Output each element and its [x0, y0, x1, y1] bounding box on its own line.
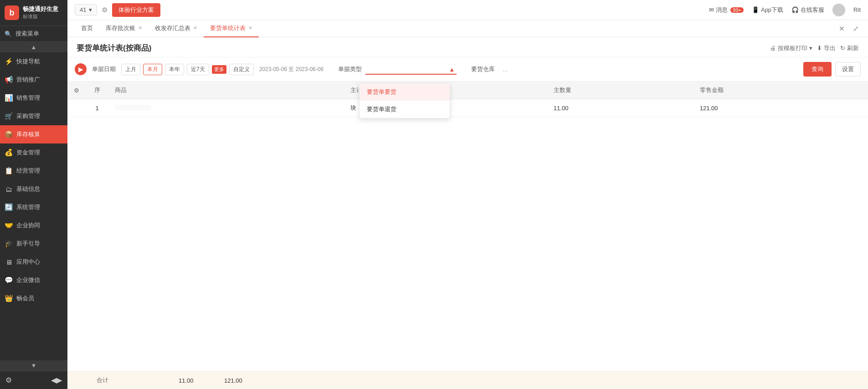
- export-label: 导出: [824, 44, 836, 52]
- footer-amount: 121.00: [218, 377, 263, 384]
- print-button[interactable]: 🖨 按模板打印 ▾: [770, 44, 812, 52]
- app-download-button[interactable]: 📱 App下载: [752, 6, 783, 14]
- basic-info-icon: 🗂: [5, 185, 13, 193]
- member-icon: 👑: [5, 294, 13, 302]
- export-button[interactable]: ⬇ 导出: [817, 44, 836, 52]
- col-amount-header: 零售金额: [693, 82, 868, 99]
- service-label: 在线客服: [801, 6, 824, 14]
- refresh-button[interactable]: ↻ 刷新: [840, 44, 859, 52]
- sidebar-item-label: 经营管理: [16, 167, 40, 175]
- tab-inventory-batch-close[interactable]: ✕: [138, 25, 142, 31]
- date-btn-last7[interactable]: 近7天: [187, 64, 209, 75]
- settings-button[interactable]: 设置: [835, 62, 861, 77]
- sidebar-item-label: 企业协同: [16, 221, 40, 230]
- sidebar-search[interactable]: 🔍 搜索菜单: [0, 26, 67, 42]
- date-more-badge[interactable]: 更多: [212, 65, 226, 74]
- sidebar-item-label: 基础信息: [16, 185, 40, 193]
- sidebar-item-label: 销售管理: [16, 94, 40, 102]
- sidebar-item-sales[interactable]: 📊 销售管理: [0, 89, 67, 107]
- page-header: 要货单统计表(按商品) 🖨 按模板打印 ▾ ⬇ 导出 ↻ 刷新: [67, 37, 868, 57]
- user-avatar[interactable]: [832, 4, 845, 16]
- tabs-expand-button[interactable]: ⤢: [851, 23, 861, 35]
- export-icon: ⬇: [817, 45, 822, 51]
- sidebar-item-label: 企业微信: [16, 276, 40, 284]
- tab-order-stats[interactable]: 要货单统计表 ✕: [204, 20, 259, 37]
- type-chevron-icon[interactable]: ▲: [449, 66, 455, 73]
- username-label[interactable]: Rit: [853, 6, 861, 13]
- sidebar-scroll-down[interactable]: ▼: [0, 360, 67, 371]
- type-input[interactable]: [365, 64, 457, 75]
- collapse-icon[interactable]: ◀▶: [51, 376, 62, 384]
- filter-expand-button[interactable]: ▶: [75, 63, 87, 75]
- topbar: 41 ▾ ⚙ 体验行业方案 ✉ 消息 99+ 📱 App下载 🎧 在线客服 Ri…: [67, 0, 868, 20]
- app-logo-icon: b: [5, 5, 19, 20]
- sidebar-item-marketing[interactable]: 📢 营销推广: [0, 71, 67, 89]
- product-placeholder: [115, 105, 151, 110]
- sidebar-item-system[interactable]: 🔄 系统管理: [0, 198, 67, 216]
- inventory-icon: 📦: [5, 130, 13, 138]
- sidebar-item-label: 采购管理: [16, 112, 40, 120]
- promo-button[interactable]: 体验行业方案: [112, 3, 160, 17]
- date-btn-this-month[interactable]: 本月: [143, 64, 162, 75]
- sidebar-item-label: 资金管理: [16, 148, 40, 157]
- tab-home[interactable]: 首页: [75, 20, 99, 37]
- col-settings-header[interactable]: ⚙: [67, 82, 86, 99]
- sidebar-footer: ⚙ ◀▶: [0, 371, 67, 389]
- message-button[interactable]: ✉ 消息 99+: [709, 6, 744, 14]
- online-service-button[interactable]: 🎧 在线客服: [791, 6, 824, 14]
- topbar-left: 41 ▾ ⚙ 体验行业方案: [75, 3, 160, 17]
- col-num-header: 序: [86, 82, 108, 99]
- type-input-wrapper: ▲: [365, 64, 457, 75]
- purchase-icon: 🛒: [5, 112, 13, 120]
- sidebar-item-inventory[interactable]: 📦 库存核算: [0, 125, 67, 143]
- sidebar-logo: b 畅捷通好生意 标准版: [0, 0, 67, 26]
- app-download-icon: 📱: [752, 6, 759, 13]
- sidebar-item-member[interactable]: 👑 畅会员: [0, 289, 67, 307]
- date-btn-last-month[interactable]: 上月: [121, 64, 140, 75]
- tab-receivable-summary-label: 收发存汇总表: [155, 24, 190, 32]
- topbar-gear-icon[interactable]: ⚙: [102, 6, 108, 14]
- sidebar-item-wechat-biz[interactable]: 💬 企业微信: [0, 271, 67, 289]
- sidebar-item-enterprise[interactable]: 🤝 企业协同: [0, 216, 67, 235]
- sidebar-item-label: 应用中心: [16, 258, 40, 266]
- tab-receivable-summary[interactable]: 收发存汇总表 ✕: [149, 20, 204, 37]
- service-icon: 🎧: [791, 6, 799, 13]
- guide-icon: 🎓: [5, 240, 13, 248]
- app-download-label: App下载: [761, 6, 783, 14]
- tab-order-stats-close[interactable]: ✕: [248, 25, 252, 31]
- brand-name: 畅捷通好生意: [23, 5, 58, 13]
- warehouse-dots-icon[interactable]: …: [502, 66, 508, 73]
- dropdown-item-order-return[interactable]: 要货单退货: [360, 101, 450, 118]
- dropdown-item-order-purchase[interactable]: 要货单要货: [360, 83, 450, 101]
- table-row: 1 块 11.00 121.00: [67, 99, 868, 117]
- quick-nav-icon: ⚡: [5, 57, 13, 66]
- date-range-display: 2023-05-06 至 2023-06-06: [259, 66, 324, 73]
- sidebar-item-purchase[interactable]: 🛒 采购管理: [0, 107, 67, 125]
- sidebar-item-finance[interactable]: 💰 资金管理: [0, 143, 67, 162]
- sidebar-scroll-up[interactable]: ▲: [0, 42, 67, 52]
- date-btn-custom[interactable]: 自定义: [229, 64, 254, 75]
- page-header-actions: 🖨 按模板打印 ▾ ⬇ 导出 ↻ 刷新: [770, 44, 859, 52]
- sidebar-item-guide[interactable]: 🎓 新手引导: [0, 235, 67, 253]
- store-selector[interactable]: 41 ▾: [75, 4, 97, 15]
- print-chevron-icon: ▾: [809, 45, 812, 51]
- sidebar-item-basic-info[interactable]: 🗂 基础信息: [0, 180, 67, 198]
- filter-bar: ▶ 单据日期 上月 本月 本年 近7天 更多 自定义 2023-05-06 至 …: [67, 57, 868, 82]
- sidebar-item-appstore[interactable]: 🖥 应用中心: [0, 253, 67, 271]
- tabs-close-all-button[interactable]: ✕: [837, 23, 847, 35]
- print-label: 按模板打印: [778, 44, 807, 52]
- table-footer: 合计 11.00 121.00: [67, 371, 868, 389]
- sidebar-item-operations[interactable]: 📋 经营管理: [0, 162, 67, 180]
- date-btn-this-year[interactable]: 本年: [165, 64, 184, 75]
- col-product-header: 商品: [108, 82, 344, 99]
- tab-inventory-batch[interactable]: 库存批次账 ✕: [99, 20, 149, 37]
- tab-receivable-summary-close[interactable]: ✕: [193, 25, 197, 31]
- query-button[interactable]: 查询: [803, 62, 832, 77]
- sidebar-item-quick-nav[interactable]: ⚡ 快捷导航: [0, 52, 67, 71]
- sidebar: b 畅捷通好生意 标准版 🔍 搜索菜单 ▲ ⚡ 快捷导航 📢 营销推广 📊 销售…: [0, 0, 67, 389]
- filter-type-group: 单据类型 ▲: [338, 64, 457, 75]
- settings-icon[interactable]: ⚙: [5, 376, 12, 384]
- sidebar-item-label: 库存核算: [16, 130, 40, 138]
- col-quantity-header: 主数量: [547, 82, 693, 99]
- message-label: 消息: [716, 6, 728, 14]
